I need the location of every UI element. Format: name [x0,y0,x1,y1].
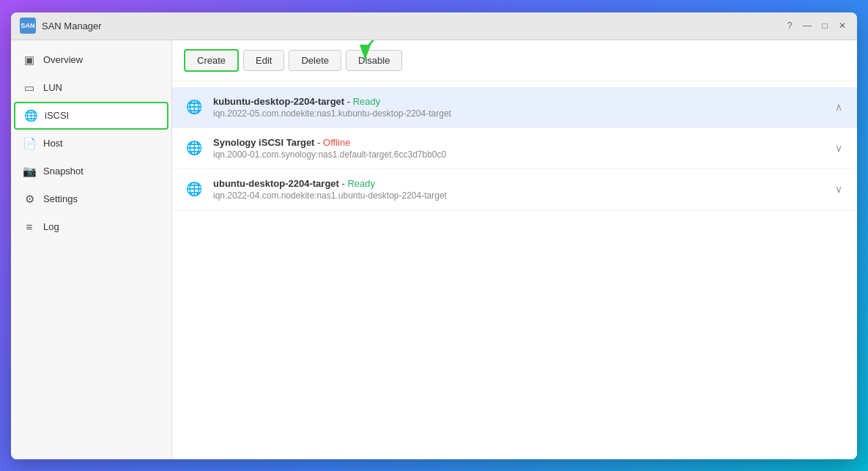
target-name-1: Synology iSCSI Target - Offline [213,137,832,148]
snapshot-icon: 📷 [23,165,36,178]
overview-icon: ▣ [23,53,36,67]
sidebar-item-overview[interactable]: ▣ Overview [11,46,171,74]
target-chevron-0: ∧ [832,98,845,116]
target-iqn-2: iqn.2022-04.com.nodekite:nas1.ubuntu-des… [213,190,832,201]
host-icon: 📄 [23,137,36,150]
target-status-2: Ready [347,178,375,189]
disable-button[interactable]: Disable [346,50,402,71]
window-controls: ? — □ ✕ [784,20,848,31]
sidebar: ▣ Overview ▭ LUN 🌐 iSCSI 📄 Host 📷 Snapsh… [11,40,172,459]
titlebar: SAN SAN Manager ? — □ ✕ [11,12,857,40]
maximize-button[interactable]: □ [819,20,831,31]
target-name-0: kubuntu-desktop-2204-target - Ready [213,96,832,107]
target-item-1[interactable]: 🌐 Synology iSCSI Target - Offline iqn.20… [172,128,857,169]
sidebar-item-snapshot[interactable]: 📷 Snapshot [11,157,171,185]
app-title: SAN Manager [42,21,784,31]
target-info-1: Synology iSCSI Target - Offline iqn.2000… [213,137,832,160]
sidebar-label-overview: Overview [43,54,83,65]
sidebar-label-settings: Settings [43,193,78,204]
sidebar-item-lun[interactable]: ▭ LUN [11,74,171,102]
sidebar-item-iscsi[interactable]: 🌐 iSCSI [14,102,168,130]
minimize-button[interactable]: — [801,20,813,31]
app-logo: SAN [20,18,36,34]
sidebar-label-log: Log [43,221,59,232]
iscsi-icon: 🌐 [24,109,37,122]
sidebar-label-lun: LUN [43,82,62,93]
sidebar-item-settings[interactable]: ⚙ Settings [11,185,171,213]
target-chevron-2: ∨ [832,180,845,198]
target-chevron-1: ∨ [832,139,845,157]
target-name-2: ubuntu-desktop-2204-target - Ready [213,178,832,189]
help-button[interactable]: ? [784,20,795,31]
settings-icon: ⚙ [23,193,36,206]
target-globe-icon-1: 🌐 [184,138,204,158]
target-list: 🌐 kubuntu-desktop-2204-target - Ready iq… [172,81,857,459]
target-item-2[interactable]: 🌐 ubuntu-desktop-2204-target - Ready iqn… [172,169,857,210]
sidebar-item-host[interactable]: 📄 Host [11,130,171,157]
main-content: ▣ Overview ▭ LUN 🌐 iSCSI 📄 Host 📷 Snapsh… [11,40,857,459]
application-window: SAN SAN Manager ? — □ ✕ ▣ Overview ▭ LUN… [11,12,857,459]
target-globe-icon-2: 🌐 [184,179,204,199]
create-button[interactable]: Create [184,49,239,72]
target-info-0: kubuntu-desktop-2204-target - Ready iqn.… [213,96,832,119]
content-area: Create Edit Delete Disable 🌐 kubuntu-des… [172,40,857,459]
lun-icon: ▭ [23,81,36,94]
delete-button[interactable]: Delete [289,50,341,71]
target-globe-icon-0: 🌐 [184,97,204,117]
close-button[interactable]: ✕ [837,20,848,31]
sidebar-item-log[interactable]: ≡ Log [11,213,171,240]
toolbar: Create Edit Delete Disable [172,40,857,81]
edit-button[interactable]: Edit [243,50,284,71]
log-icon: ≡ [23,220,36,233]
sidebar-label-iscsi: iSCSI [45,110,69,121]
target-iqn-1: iqn.2000-01.com.synology:nas1.default-ta… [213,149,832,160]
target-item-0[interactable]: 🌐 kubuntu-desktop-2204-target - Ready iq… [172,87,857,128]
sidebar-label-host: Host [43,138,63,149]
target-status-1: Offline [323,137,350,148]
app-logo-text: SAN [21,22,34,29]
target-status-0: Ready [353,96,381,107]
sidebar-label-snapshot: Snapshot [43,166,84,177]
target-iqn-0: iqn.2022-05.com.nodekite:nas1.kubuntu-de… [213,108,832,119]
target-info-2: ubuntu-desktop-2204-target - Ready iqn.2… [213,178,832,201]
